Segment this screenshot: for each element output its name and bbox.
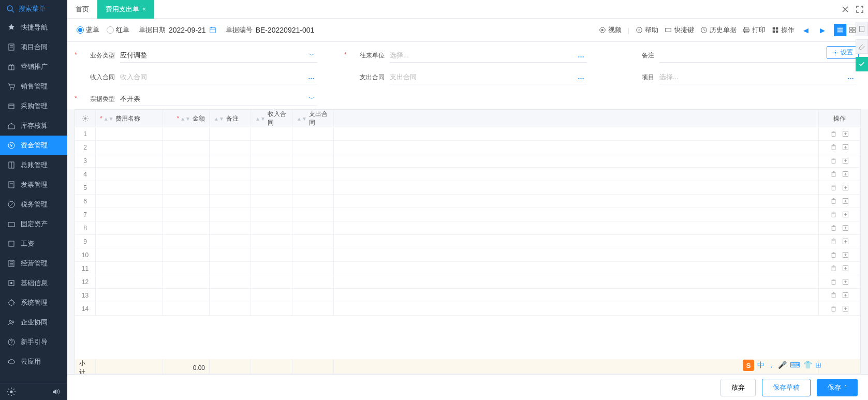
delete-row-icon[interactable]: [830, 265, 837, 272]
radio-red[interactable]: 红单: [107, 25, 129, 35]
cell-amount[interactable]: [163, 127, 210, 140]
close-tab-icon[interactable]: [841, 5, 849, 13]
cell-remark[interactable]: [210, 262, 251, 275]
add-row-icon[interactable]: [842, 238, 849, 245]
col-remark[interactable]: ▲▼备注: [210, 110, 251, 127]
table-row[interactable]: 7: [75, 208, 860, 221]
cell-fee-name[interactable]: [96, 127, 163, 140]
sidebar-item-salary[interactable]: 工资: [0, 234, 67, 254]
sidebar-item-team[interactable]: 企业协同: [0, 313, 67, 332]
cell-amount[interactable]: [163, 154, 210, 167]
add-row-icon[interactable]: [842, 305, 849, 312]
add-row-icon[interactable]: [842, 157, 849, 164]
cell-expense-contract[interactable]: [292, 141, 334, 154]
cell-expense-contract[interactable]: [292, 302, 334, 315]
delete-row-icon[interactable]: [830, 238, 837, 245]
cell-expense-contract[interactable]: [292, 154, 334, 167]
sidebar-item-coin[interactable]: ¥资金管理: [0, 136, 67, 155]
table-row[interactable]: 9: [75, 235, 860, 248]
cell-fee-name[interactable]: [96, 208, 163, 221]
radio-blue[interactable]: 蓝单: [77, 25, 99, 35]
cell-expense-contract[interactable]: [292, 275, 334, 288]
ime-item[interactable]: 👕: [803, 361, 812, 370]
cell-fee-name[interactable]: [96, 302, 163, 315]
cell-amount[interactable]: [163, 302, 210, 315]
cell-expense-contract[interactable]: [292, 235, 334, 248]
cell-amount[interactable]: [163, 262, 210, 275]
prev-record-button[interactable]: ◀: [801, 25, 811, 35]
sidebar-item-doc[interactable]: 项目合同: [0, 37, 67, 57]
select-business-type[interactable]: 应付调整 ﹀: [120, 48, 317, 63]
cell-amount[interactable]: [163, 168, 210, 181]
ime-item[interactable]: ，: [768, 361, 775, 370]
action-link[interactable]: 操作: [772, 25, 795, 35]
ime-item[interactable]: ⊞: [815, 361, 821, 370]
cell-amount[interactable]: [163, 208, 210, 221]
cell-fee-name[interactable]: [96, 154, 163, 167]
add-row-icon[interactable]: [842, 265, 849, 272]
cell-income-contract[interactable]: [251, 275, 292, 288]
cell-fee-name[interactable]: [96, 195, 163, 208]
next-record-button[interactable]: ▶: [817, 25, 828, 35]
select-invoice-type[interactable]: 不开票 ﹀: [120, 92, 317, 106]
cell-remark[interactable]: [210, 289, 251, 302]
delete-row-icon[interactable]: [830, 198, 837, 204]
save-draft-button[interactable]: 保存草稿: [762, 379, 811, 396]
table-row[interactable]: 10: [75, 248, 860, 262]
cell-fee-name[interactable]: [96, 141, 163, 154]
column-config-button[interactable]: [75, 110, 96, 127]
cell-amount[interactable]: [163, 289, 210, 302]
add-row-icon[interactable]: [842, 251, 849, 258]
cell-remark[interactable]: [210, 235, 251, 248]
col-expense-contract[interactable]: ▲▼支出合同: [292, 110, 334, 127]
cell-expense-contract[interactable]: [292, 248, 334, 261]
add-row-icon[interactable]: [842, 171, 849, 177]
cell-amount[interactable]: [163, 235, 210, 248]
delete-row-icon[interactable]: [830, 144, 837, 151]
table-row[interactable]: 1: [75, 127, 860, 141]
add-row-icon[interactable]: [842, 130, 849, 137]
tab-费用支出单[interactable]: 费用支出单×: [97, 0, 154, 19]
discard-button[interactable]: 放弃: [720, 379, 756, 396]
col-income-contract[interactable]: ▲▼收入合同: [251, 110, 292, 127]
cell-income-contract[interactable]: [251, 262, 292, 275]
cell-expense-contract[interactable]: [292, 221, 334, 234]
history-link[interactable]: 历史单据: [700, 25, 737, 35]
cell-income-contract[interactable]: [251, 289, 292, 302]
cell-fee-name[interactable]: [96, 289, 163, 302]
cell-amount[interactable]: [163, 141, 210, 154]
cell-fee-name[interactable]: [96, 168, 163, 181]
delete-row-icon[interactable]: [830, 157, 837, 164]
delete-row-icon[interactable]: [830, 278, 837, 285]
ime-item[interactable]: 🎤: [778, 361, 787, 370]
sidebar-item-star[interactable]: 快捷导航: [0, 18, 67, 37]
cell-expense-contract[interactable]: [292, 208, 334, 221]
sidebar-item-cart[interactable]: 销售管理: [0, 77, 67, 96]
add-row-icon[interactable]: [842, 144, 849, 151]
table-row[interactable]: 6: [75, 195, 860, 208]
cell-expense-contract[interactable]: [292, 127, 334, 140]
add-row-icon[interactable]: [842, 225, 849, 231]
table-row[interactable]: 12: [75, 275, 860, 289]
select-project[interactable]: 选择... …: [659, 70, 857, 84]
table-row[interactable]: 2: [75, 141, 860, 154]
cell-amount[interactable]: [163, 221, 210, 234]
add-row-icon[interactable]: [842, 184, 849, 191]
cell-income-contract[interactable]: [251, 235, 292, 248]
cell-income-contract[interactable]: [251, 154, 292, 167]
cell-income-contract[interactable]: [251, 127, 292, 140]
cell-amount[interactable]: [163, 248, 210, 261]
col-amount[interactable]: ▲▼金额: [163, 110, 210, 127]
sidebar-item-gift[interactable]: 营销推广: [0, 57, 67, 77]
sidebar-item-home[interactable]: 库存核算: [0, 116, 67, 136]
sidebar-item-book[interactable]: 总账管理: [0, 155, 67, 175]
cell-remark[interactable]: [210, 208, 251, 221]
table-row[interactable]: 4: [75, 168, 860, 181]
delete-row-icon[interactable]: [830, 305, 837, 312]
cell-income-contract[interactable]: [251, 221, 292, 234]
cell-expense-contract[interactable]: [292, 195, 334, 208]
view-list-button[interactable]: [834, 24, 846, 36]
cell-fee-name[interactable]: [96, 221, 163, 234]
video-link[interactable]: 视频: [599, 25, 622, 35]
table-row[interactable]: 14: [75, 302, 860, 316]
